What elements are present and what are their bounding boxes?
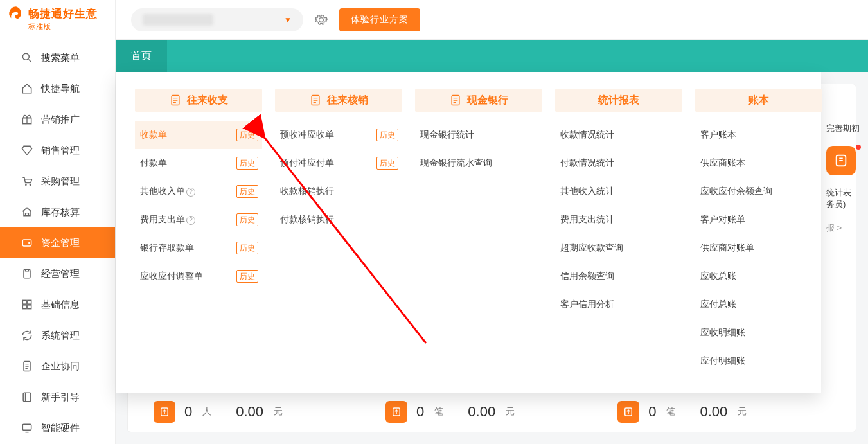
brand-title: 畅捷通好生意 — [28, 6, 98, 21]
brand-block: 畅捷通好生意 标准版 — [0, 0, 115, 40]
mega-menu-item[interactable]: 其他收入统计 — [555, 177, 682, 206]
mega-menu-item[interactable]: 预收冲应收单历史 — [275, 121, 402, 149]
mega-menu-item[interactable]: 收款核销执行 — [275, 177, 402, 206]
sidebar-item-search[interactable]: 搜索菜单 — [0, 42, 115, 73]
history-tag[interactable]: 历史 — [236, 270, 258, 283]
stat-amount-unit: 元 — [738, 406, 747, 418]
stats-row: 0人 0.00元 0笔 0.00元 0笔 0.00元 — [154, 401, 727, 423]
cart-icon — [21, 175, 33, 188]
mega-item-label: 应收总账 — [700, 271, 736, 282]
stat-amount: 0.00 — [236, 404, 263, 420]
mega-menu-item[interactable]: 付款核销执行 — [275, 206, 402, 234]
mega-col: 统计报表收款情况统计付款情况统计其他收入统计费用支出统计超期应收款查询信用余额查… — [555, 89, 682, 380]
rail-text-1: 完善期初 — [826, 123, 860, 134]
mega-menu-item[interactable]: 应付总账 — [695, 290, 822, 319]
mega-menu-item[interactable]: 收款单历史 — [135, 121, 262, 149]
mega-menu-item[interactable]: 其他收入单?历史 — [135, 177, 262, 206]
clip-icon — [21, 267, 33, 280]
mega-col-head: 现金银行 — [415, 89, 542, 112]
mega-item-label: 银行存取款单 — [140, 242, 194, 254]
sidebar-item-tv[interactable]: 智能硬件 — [0, 413, 115, 443]
chevron-down-icon: ▼ — [284, 15, 292, 24]
mega-menu-item[interactable]: 应收明细账 — [695, 319, 822, 347]
mega-menu-item[interactable]: 客户信用分析 — [555, 290, 682, 319]
sidebar-item-grid[interactable]: 基础信息 — [0, 289, 115, 320]
mega-item-label: 付款单 — [140, 157, 167, 169]
history-tag[interactable]: 历史 — [236, 129, 258, 141]
mega-menu-item[interactable]: 应收应付余额查询 — [695, 177, 822, 206]
mega-menu-item[interactable]: 供应商对账单 — [695, 234, 822, 262]
company-selector[interactable]: ▼ — [131, 8, 303, 31]
mega-item-label: 应付总账 — [700, 299, 736, 310]
mega-menu-item[interactable]: 费用支出统计 — [555, 206, 682, 234]
mega-item-label: 客户信用分析 — [560, 299, 614, 310]
mega-menu-item[interactable]: 现金银行流水查询 — [415, 149, 542, 177]
wallet-icon — [21, 236, 33, 249]
industry-plan-button[interactable]: 体验行业方案 — [339, 8, 420, 31]
mega-item-label: 客户对账单 — [700, 214, 745, 226]
mega-menu-item[interactable]: 预付冲应付单历史 — [275, 149, 402, 177]
sidebar-item-home[interactable]: 快捷导航 — [0, 73, 115, 104]
mega-col-title: 统计报表 — [598, 94, 639, 107]
history-tag[interactable]: 历史 — [236, 185, 258, 198]
stat-count-unit: 人 — [202, 406, 211, 418]
mega-menu-item[interactable]: 应付明细账 — [695, 347, 822, 375]
mega-menu-item[interactable]: 费用支出单?历史 — [135, 206, 262, 234]
diamond-icon — [21, 144, 33, 157]
svg-rect-14 — [22, 424, 31, 430]
mega-item-label: 应收应付调整单 — [140, 271, 203, 282]
mega-menu-item[interactable]: 信用余额查询 — [555, 262, 682, 290]
sidebar-item-diamond[interactable]: 销售管理 — [0, 135, 115, 166]
history-tag[interactable]: 历史 — [236, 242, 258, 254]
mega-menu-item[interactable]: 客户对账单 — [695, 206, 822, 234]
mega-item-label: 供应商账本 — [700, 157, 745, 169]
history-tag[interactable]: 历史 — [376, 129, 398, 141]
sidebar-item-house[interactable]: 库存核算 — [0, 197, 115, 227]
right-rail: 完善期初 统计表务员) 报 > — [826, 123, 860, 234]
mega-menu-item[interactable]: 应收总账 — [695, 262, 822, 290]
settings-button[interactable] — [312, 11, 330, 29]
mega-col-title: 往来收支 — [187, 94, 228, 107]
sidebar-item-clip[interactable]: 经营管理 — [0, 258, 115, 289]
sidebar-item-loop[interactable]: 系统管理 — [0, 320, 115, 351]
sidebar-item-cart[interactable]: 采购管理 — [0, 166, 115, 197]
mega-menu-item[interactable]: 应收应付调整单历史 — [135, 262, 262, 290]
help-icon: ? — [186, 188, 195, 197]
mega-menu-item[interactable]: 供应商账本 — [695, 149, 822, 177]
sidebar-item-label: 营销推广 — [41, 114, 80, 126]
sidebar-item-gift[interactable]: 营销推广 — [0, 104, 115, 135]
sidebar-item-label: 智能硬件 — [41, 422, 80, 434]
svg-rect-8 — [22, 300, 26, 304]
stat-block: 0笔 0.00元 — [617, 401, 747, 423]
sidebar-item-book[interactable]: 新手引导 — [0, 382, 115, 413]
mega-item-label: 应收应付余额查询 — [700, 186, 772, 197]
sidebar-item-label: 新手引导 — [41, 391, 80, 404]
history-tag[interactable]: 历史 — [236, 157, 258, 170]
history-tag[interactable]: 历史 — [376, 157, 398, 170]
sidebar-nav: 搜索菜单快捷导航营销推广销售管理采购管理库存核算资金管理经营管理基础信息系统管理… — [0, 40, 115, 443]
mega-item-label: 预收冲应收单 — [280, 129, 334, 141]
mega-menu-item[interactable]: 收款情况统计 — [555, 121, 682, 149]
rail-chip[interactable] — [826, 146, 856, 175]
mega-menu-item[interactable]: 付款情况统计 — [555, 149, 682, 177]
grid-icon — [21, 298, 33, 311]
svg-point-0 — [22, 53, 29, 60]
svg-line-1 — [29, 60, 31, 62]
mega-menu-item[interactable]: 超期应收款查询 — [555, 234, 682, 262]
sidebar-item-wallet[interactable]: 资金管理 — [0, 227, 115, 258]
mega-menu-item[interactable]: 现金银行统计 — [415, 121, 542, 149]
sidebar-item-doc[interactable]: 企业协同 — [0, 351, 115, 382]
sidebar-item-label: 基础信息 — [41, 299, 80, 311]
stat-icon — [385, 401, 407, 423]
mega-menu-item[interactable]: 付款单历史 — [135, 149, 262, 177]
rail-more[interactable]: 报 > — [826, 222, 860, 234]
doc-icon — [21, 360, 33, 373]
history-tag[interactable]: 历史 — [236, 213, 258, 226]
mega-item-label: 信用余额查询 — [560, 271, 614, 282]
mega-col: 现金银行现金银行统计现金银行流水查询 — [415, 89, 542, 380]
mega-menu-item[interactable]: 客户账本 — [695, 121, 822, 149]
mega-menu-item[interactable]: 银行存取款单历史 — [135, 234, 262, 262]
stat-amount-unit: 元 — [506, 406, 515, 418]
stat-amount: 0.00 — [468, 404, 495, 420]
tab-home[interactable]: 首页 — [116, 40, 167, 72]
